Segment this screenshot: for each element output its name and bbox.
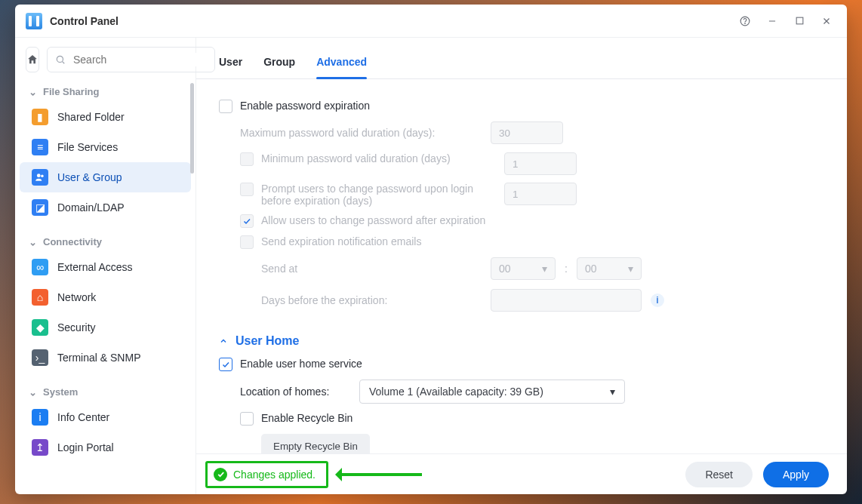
enable-password-expiration-checkbox[interactable] <box>219 100 232 113</box>
settings-scroll[interactable]: Enable password expiration Maximum passw… <box>196 79 847 453</box>
chevron-up-icon: ⌃ <box>29 236 37 247</box>
search-box[interactable] <box>47 47 215 72</box>
max-days-label: Maximum password valid duration (days): <box>240 127 482 139</box>
prompt-change-input <box>504 183 577 205</box>
enable-home-label: Enable user home service <box>240 358 362 370</box>
days-before-label: Days before the expiration: <box>261 294 482 306</box>
help-button[interactable] <box>735 11 755 31</box>
sidebar-item-user-group[interactable]: User & Group <box>20 162 191 192</box>
status-message: Changes applied. <box>205 461 328 488</box>
content-panel: User Group Advanced Enable password expi… <box>196 38 847 494</box>
file-services-icon: ≡ <box>32 139 48 155</box>
sidebar-item-file-services[interactable]: ≡File Services <box>20 132 191 162</box>
chevron-up-icon: ⌃ <box>29 386 37 398</box>
sidebar-item-external-access[interactable]: ∞External Access <box>20 252 191 282</box>
annotation-arrow <box>339 473 422 476</box>
min-days-label: Minimum password valid duration (days) <box>261 152 480 164</box>
footer: Changes applied. Reset Apply <box>196 453 847 494</box>
send-emails-checkbox <box>240 235 254 249</box>
chevron-down-icon: ▾ <box>542 263 547 275</box>
sidebar: ⌃File Sharing ▮Shared Folder ≡File Servi… <box>15 38 196 494</box>
tab-group[interactable]: Group <box>263 56 295 78</box>
control-panel-icon <box>26 13 42 29</box>
close-button[interactable] <box>817 11 836 31</box>
control-panel-window: Control Panel ⌃File Sharing ▮Shared Fold… <box>15 5 847 494</box>
tab-advanced[interactable]: Advanced <box>316 56 367 78</box>
sidebar-scrollbar[interactable] <box>190 83 194 174</box>
send-emails-label: Send expiration notification emails <box>261 235 421 247</box>
days-before-input <box>491 289 642 312</box>
send-min-select: 00▾ <box>577 257 642 280</box>
network-icon: ⌂ <box>32 289 48 306</box>
chevron-down-icon: ▾ <box>628 263 633 275</box>
tab-user[interactable]: User <box>219 56 242 78</box>
id-card-icon: ◪ <box>32 199 48 216</box>
svg-line-7 <box>63 62 65 64</box>
max-days-input <box>491 121 563 144</box>
info-icon: i <box>32 409 48 426</box>
tab-bar: User Group Advanced <box>196 38 847 79</box>
svg-point-9 <box>41 175 44 178</box>
sidebar-item-terminal-snmp[interactable]: ›_Terminal & SNMP <box>20 343 191 373</box>
sidebar-item-domain-ldap[interactable]: ◪Domain/LDAP <box>20 192 191 223</box>
minimize-button[interactable] <box>762 11 782 31</box>
allow-change-after-label: Allow users to change password after exp… <box>261 214 485 226</box>
svg-point-8 <box>37 174 41 177</box>
svg-point-6 <box>57 56 63 62</box>
section-connectivity[interactable]: ⌃Connectivity <box>15 229 195 252</box>
chevron-up-icon: ⌃ <box>29 86 37 97</box>
empty-recycle-button[interactable]: Empty Recycle Bin <box>261 434 370 453</box>
maximize-button[interactable] <box>790 11 809 31</box>
prompt-change-label: Prompt users to change password upon log… <box>261 183 480 207</box>
prompt-change-checkbox <box>240 183 254 196</box>
apply-button[interactable]: Apply <box>763 462 829 487</box>
sidebar-item-security[interactable]: ◆Security <box>20 312 191 343</box>
enable-recycle-label: Enable Recycle Bin <box>261 412 352 424</box>
search-icon <box>55 54 66 65</box>
chevron-up-icon <box>219 337 228 346</box>
section-file-sharing[interactable]: ⌃File Sharing <box>15 78 195 102</box>
folder-icon: ▮ <box>32 109 48 125</box>
success-check-icon <box>214 468 227 481</box>
chevron-down-icon: ▾ <box>610 386 615 398</box>
password-expiration-block: Enable password expiration Maximum passw… <box>219 82 824 324</box>
reset-button[interactable]: Reset <box>685 462 753 487</box>
shield-icon: ◆ <box>32 319 48 336</box>
send-at-label: Send at <box>261 263 482 275</box>
terminal-icon: ›_ <box>32 349 48 366</box>
home-location-label: Location of homes: <box>240 386 350 398</box>
sidebar-item-network[interactable]: ⌂Network <box>20 282 191 312</box>
svg-point-1 <box>745 23 746 23</box>
people-icon <box>32 169 48 186</box>
sidebar-item-login-portal[interactable]: ↥Login Portal <box>20 432 191 463</box>
home-location-select[interactable]: Volume 1 (Available capacity: 39 GB) ▾ <box>359 380 625 404</box>
user-home-section-toggle[interactable]: User Home <box>219 324 824 354</box>
min-days-input <box>504 152 577 175</box>
window-title: Control Panel <box>50 15 119 27</box>
home-button[interactable] <box>26 47 39 72</box>
enable-recycle-checkbox[interactable] <box>240 412 254 426</box>
login-icon: ↥ <box>32 439 48 456</box>
svg-rect-3 <box>796 17 803 24</box>
enable-home-checkbox[interactable] <box>219 358 232 371</box>
info-icon[interactable]: i <box>651 293 664 307</box>
link-icon: ∞ <box>32 259 48 275</box>
titlebar: Control Panel <box>15 5 847 38</box>
allow-change-after-checkbox <box>240 214 254 228</box>
search-input[interactable] <box>72 53 207 66</box>
enable-password-expiration-label: Enable password expiration <box>240 100 370 112</box>
send-hour-select: 00▾ <box>491 257 556 280</box>
sidebar-item-info-center[interactable]: iInfo Center <box>20 402 191 432</box>
min-days-checkbox <box>240 152 254 166</box>
section-system[interactable]: ⌃System <box>15 379 195 402</box>
sidebar-item-shared-folder[interactable]: ▮Shared Folder <box>20 102 191 132</box>
